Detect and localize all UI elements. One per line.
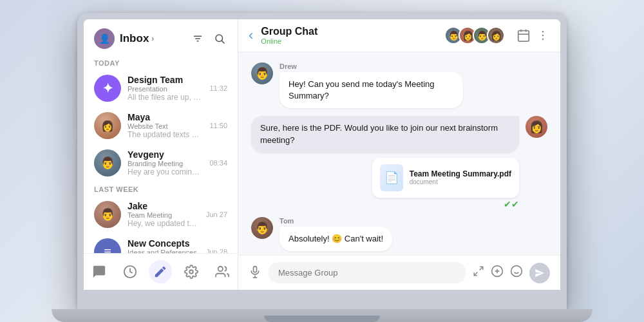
section-last-week: LAST WEEK (84, 182, 238, 196)
svg-point-14 (542, 39, 544, 41)
jake-avatar: 👨 (94, 201, 121, 228)
emoji-icon[interactable] (510, 265, 523, 281)
new-concepts-info: New Concepts Ideas and References New sk… (128, 238, 200, 253)
nav-compose[interactable] (149, 260, 172, 283)
app-container: 👤 Inbox › (84, 19, 560, 290)
laptop-screen: 👤 Inbox › (84, 19, 560, 290)
jake-time: Jun 27 (206, 211, 227, 218)
design-team-avatar: ✦ (94, 75, 121, 102)
nav-contacts[interactable] (211, 260, 234, 283)
chat-header: ‹ Group Chat Online 👨 👩 👨 👩 (238, 19, 560, 52)
chat-header-avatars: 👨 👩 👨 👩 (444, 26, 505, 44)
jake-name: Jake (128, 201, 200, 211)
design-team-info: Design Team Presentation All the files a… (128, 75, 203, 102)
chat-item-design-team[interactable]: ✦ Design Team Presentation All the files… (84, 70, 238, 107)
message-input-bar (238, 255, 560, 290)
doc-name: Team Meeting Summary.pdf (410, 169, 511, 178)
svg-line-4 (222, 41, 224, 43)
laptop-shell: 👤 Inbox › (77, 13, 567, 309)
search-icon[interactable] (212, 31, 227, 46)
nav-chat[interactable] (88, 260, 111, 283)
maya-time: 11:50 (209, 122, 227, 129)
laptop-notch (264, 316, 380, 322)
message-drew: 👨 Drew Hey! Can you send me today's Meet… (251, 62, 547, 108)
inbox-label: Inbox (120, 32, 149, 45)
yevgeny-avatar: 👨 (94, 149, 121, 176)
message-input[interactable] (268, 262, 466, 283)
chat-list: TODAY ✦ Design Team Presentation All the… (84, 55, 238, 253)
yevgeny-time: 08:34 (209, 159, 227, 167)
message-sent-pdf: 👩 Sure, here is the PDF. Would you like … (251, 116, 547, 209)
jake-preview: Hey, we updated the meeting time... (128, 219, 200, 228)
filter-icon[interactable] (190, 31, 205, 46)
doc-thumbnail: 📄 (380, 164, 403, 191)
drew-sender-label: Drew (279, 62, 463, 70)
header-avatar-4: 👩 (487, 26, 505, 44)
drew-bubble: Hey! Can you send me today's Meeting Sum… (279, 72, 463, 108)
yevgeny-info: Yevgeny Branding Meeting Hey are you com… (128, 149, 203, 176)
design-team-preview: All the files are up, you can com... (128, 93, 203, 102)
expand-icon[interactable] (473, 265, 484, 280)
sent-avatar-1: 👩 (526, 116, 547, 138)
svg-point-12 (542, 31, 544, 33)
drew-msg-content: Drew Hey! Can you send me today's Meetin… (279, 62, 463, 108)
back-button[interactable]: ‹ (249, 27, 253, 44)
left-panel: 👤 Inbox › (84, 19, 238, 290)
svg-rect-15 (254, 266, 257, 272)
chat-header-status: Online (261, 37, 438, 45)
maya-avatar: 👩 (94, 112, 121, 139)
chat-item-jake[interactable]: 👨 Jake Team Meeting Hey, we updated the … (84, 196, 238, 233)
tom-sender-label: Tom (279, 217, 392, 225)
inbox-left: 👤 Inbox › (94, 28, 154, 49)
svg-point-3 (216, 35, 223, 42)
svg-point-13 (542, 35, 544, 37)
read-checkmark: ✔✔ (504, 199, 519, 209)
tom-bubble: Absolutely! 😊 Can't wait! (279, 227, 392, 251)
jake-sub: Team Meeting (128, 211, 200, 219)
svg-line-18 (480, 267, 483, 270)
inbox-icons (190, 31, 227, 46)
section-today: TODAY (84, 55, 238, 70)
right-panel: ‹ Group Chat Online 👨 👩 👨 👩 (238, 19, 560, 290)
new-concepts-sub: Ideas and References (128, 249, 200, 253)
svg-point-7 (218, 267, 223, 271)
design-team-name: Design Team (128, 75, 203, 85)
nav-history[interactable] (118, 260, 142, 283)
more-icon[interactable] (536, 28, 550, 43)
doc-card[interactable]: 📄 Team Meeting Summary.pdf document (372, 158, 519, 198)
maya-info: Maya Website Text The updated texts are … (128, 112, 203, 139)
svg-rect-8 (518, 31, 529, 41)
svg-line-19 (474, 272, 477, 276)
design-team-sub: Presentation (128, 85, 203, 93)
yevgeny-name: Yevgeny (128, 149, 203, 160)
chat-item-maya[interactable]: 👩 Maya Website Text The updated texts ar… (84, 107, 238, 144)
yevgeny-preview: Hey are you coming to today's... (128, 167, 203, 176)
chat-header-info: Group Chat Online (261, 26, 438, 45)
maya-sub: Website Text (128, 122, 203, 130)
bottom-nav (84, 253, 238, 290)
sent-bubble: Sure, here is the PDF. Would you like to… (251, 116, 519, 152)
new-concepts-avatar: ≡ (94, 238, 121, 253)
user-avatar: 👤 (94, 28, 115, 49)
plus-icon[interactable] (491, 265, 504, 281)
calendar-icon[interactable] (516, 28, 531, 43)
tom-msg-content: Tom Absolutely! 😊 Can't wait! (279, 217, 392, 251)
tom-avatar: 👨 (251, 217, 273, 239)
jake-info: Jake Team Meeting Hey, we updated the me… (128, 201, 200, 228)
drew-avatar: 👨 (251, 62, 273, 84)
chat-item-yevgeny[interactable]: 👨 Yevgeny Branding Meeting Hey are you c… (84, 144, 238, 182)
messages-area: 👨 Drew Hey! Can you send me today's Meet… (238, 52, 560, 255)
inbox-header: 👤 Inbox › (84, 19, 238, 55)
yevgeny-sub: Branding Meeting (128, 160, 203, 167)
header-icons (516, 28, 550, 43)
send-button[interactable] (529, 263, 550, 283)
mic-icon[interactable] (249, 265, 261, 281)
nav-settings[interactable] (180, 260, 203, 283)
svg-point-6 (190, 270, 194, 274)
doc-info: Team Meeting Summary.pdf document (410, 169, 511, 185)
chat-item-new-concepts[interactable]: ≡ New Concepts Ideas and References New … (84, 233, 238, 253)
inbox-title[interactable]: Inbox › (120, 32, 154, 45)
new-concepts-name: New Concepts (128, 238, 200, 249)
new-concepts-time: Jun 28 (206, 248, 227, 253)
chat-header-title: Group Chat (261, 26, 438, 37)
